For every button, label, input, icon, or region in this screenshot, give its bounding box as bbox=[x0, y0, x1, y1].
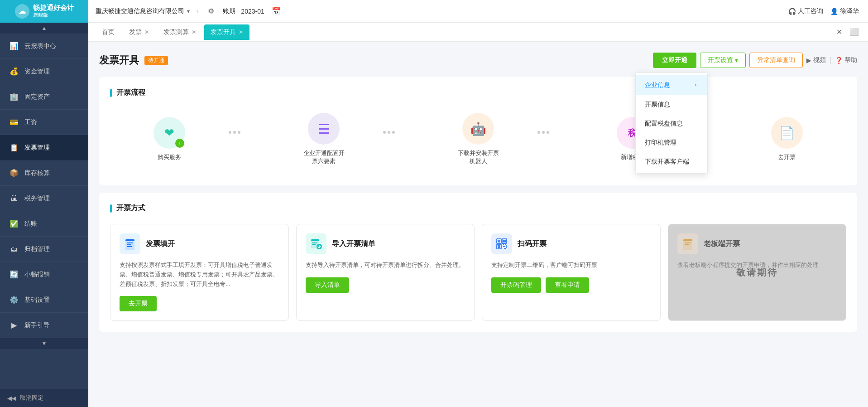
period-value: 2023-01 bbox=[241, 8, 264, 15]
method-card-fill-header: 发票填开 bbox=[120, 233, 279, 254]
archive-icon: 🗂 bbox=[9, 244, 19, 254]
logo-text: 畅捷通好会计 bbox=[33, 4, 74, 12]
fill-invoice-desc: 支持按照发票样式手工填开发票；可开具增值税电子普通发票、增值税普通发票、增值税专… bbox=[120, 261, 279, 289]
scan-manage-btn[interactable]: 开票码管理 bbox=[491, 277, 541, 293]
divider: | bbox=[830, 56, 831, 64]
sidebar-item-kucun[interactable]: 📦 库存核算 bbox=[0, 160, 88, 186]
sidebar-scroll-down[interactable]: ▼ bbox=[0, 338, 88, 349]
svg-rect-3 bbox=[127, 244, 131, 245]
consult-btn[interactable]: 🎧 人工咨询 bbox=[788, 7, 823, 15]
sidebar: ▲ 📊 云报表中心 💰 资金管理 🏢 固定资产 💳 工资 📋 发票管理 📦 库存… bbox=[0, 23, 88, 407]
import-invoice-btn[interactable]: 导入清单 bbox=[306, 277, 349, 293]
page-actions: 立即开通 开票设置 ▾ 异常清单查询 ▶ 视频 | ❓ 帮助 bbox=[653, 53, 857, 68]
svg-rect-17 bbox=[505, 244, 506, 245]
dot bbox=[238, 131, 240, 134]
flow-icon-2: ☰ bbox=[308, 113, 340, 145]
dropdown-item-printer[interactable]: 打印机管理 bbox=[636, 133, 707, 152]
dropdown-item-taxdisk[interactable]: 配置税盘信息 bbox=[636, 114, 707, 133]
tab-maximize-icon[interactable]: ⬜ bbox=[848, 26, 861, 39]
settings-icon-btn[interactable]: ⚙ bbox=[205, 5, 217, 18]
flow-step-3: 🤖 下载并安装开票机器人 bbox=[419, 113, 537, 165]
scan-invoice-desc: 支持定制开票二维码，客户端可扫码开票 bbox=[491, 261, 651, 270]
user-icon: 👤 bbox=[830, 8, 838, 15]
sidebar-item-xinshouyindao[interactable]: ▶ 新手引导 bbox=[0, 313, 88, 338]
chevron-down-icon: ▾ bbox=[187, 8, 190, 15]
chevron-settings-icon: ▾ bbox=[735, 57, 738, 64]
dot bbox=[547, 131, 549, 134]
tab-home[interactable]: 首页 bbox=[96, 24, 121, 40]
tab-close-all-icon[interactable]: ✕ bbox=[833, 26, 845, 39]
open-service-btn[interactable]: 立即开通 bbox=[653, 53, 696, 68]
dot bbox=[233, 131, 236, 134]
user-area[interactable]: 👤 徐泽华 bbox=[830, 7, 859, 15]
sidebar-scroll-up[interactable]: ▲ bbox=[0, 23, 88, 34]
sidebar-item-fapiaoglg[interactable]: 📋 发票管理 bbox=[0, 135, 88, 160]
invoice-settings-btn[interactable]: 开票设置 ▾ bbox=[700, 53, 746, 68]
sidebar-item-shuiwu[interactable]: 🏛 税务管理 bbox=[0, 186, 88, 211]
main-layout: ▲ 📊 云报表中心 💰 资金管理 🏢 固定资产 💳 工资 📋 发票管理 📦 库存… bbox=[0, 23, 868, 407]
sidebar-unpin-btn[interactable]: ◀◀ 取消固定 bbox=[0, 389, 88, 407]
company-name: 重庆畅捷交通信息咨询有限公司 bbox=[96, 7, 184, 15]
status-badge: 待开通 bbox=[144, 56, 168, 65]
tab-fapiao[interactable]: 发票 ✕ bbox=[123, 24, 155, 40]
sidebar-item-label: 基础设置 bbox=[24, 296, 50, 304]
flow-connector-3 bbox=[537, 131, 573, 147]
tab-fapiao-survey[interactable]: 发票测算 ✕ bbox=[157, 24, 202, 40]
fill-invoice-btn[interactable]: 去开票 bbox=[120, 296, 157, 311]
tab-fapiao-open[interactable]: 发票开具 ✕ bbox=[204, 24, 249, 40]
tab-fapiao-close[interactable]: ✕ bbox=[144, 29, 149, 35]
inventory-icon: 📦 bbox=[9, 168, 19, 178]
period-label: 账期 bbox=[223, 7, 235, 15]
content-area: 首页 发票 ✕ 发票测算 ✕ 发票开具 ✕ ✕ ⬜ bbox=[88, 23, 868, 407]
flow-steps: ❤ + 购买服务 bbox=[110, 108, 846, 174]
import-invoice-icon bbox=[306, 233, 326, 254]
tab-fapiao-open-close[interactable]: ✕ bbox=[239, 29, 243, 35]
page-header: 发票开具 待开通 立即开通 开票设置 ▾ 异常清单查询 ▶ 视频 | bbox=[99, 53, 857, 68]
calendar-icon-btn[interactable]: 📅 bbox=[270, 5, 283, 18]
sidebar-item-gudingzichan[interactable]: 🏢 固定资产 bbox=[0, 84, 88, 110]
tab-fapiao-open-label: 发票开具 bbox=[211, 28, 236, 36]
flow-label-1: 购买服务 bbox=[158, 153, 181, 161]
cloud-report-icon: 📊 bbox=[9, 41, 19, 51]
svg-rect-13 bbox=[498, 240, 500, 242]
sidebar-item-jichushezhi[interactable]: ⚙️ 基础设置 bbox=[0, 287, 88, 313]
flow-dots-2 bbox=[383, 131, 395, 147]
help-btn[interactable]: ❓ 帮助 bbox=[835, 56, 857, 64]
sidebar-item-guidang[interactable]: 🗂 归档管理 bbox=[0, 237, 88, 262]
scan-invoice-icon bbox=[491, 233, 512, 254]
dropdown-item-company[interactable]: 企业信息 → bbox=[636, 75, 707, 95]
app-header: ☁ 畅捷通好会计 旗舰版 重庆畅捷交通信息咨询有限公司 ▾ + ⚙ 账期 202… bbox=[0, 0, 868, 23]
method-cards: 发票填开 支持按照发票样式手工填开发票；可开具增值税电子普通发票、增值税普通发票… bbox=[110, 224, 846, 321]
dropdown-item-download[interactable]: 下载开票客户端 bbox=[636, 152, 707, 171]
sidebar-item-jiezhang[interactable]: ✅ 结账 bbox=[0, 211, 88, 237]
import-invoice-desc: 支持导入待开票清单，可对待开票清单进行拆分、合并处理。 bbox=[306, 261, 465, 270]
tab-fapiao-survey-close[interactable]: ✕ bbox=[192, 29, 196, 35]
method-section-title: 开票方式 bbox=[110, 204, 846, 213]
question-icon: ❓ bbox=[835, 57, 843, 64]
video-btn[interactable]: ▶ 视频 bbox=[806, 56, 826, 64]
dropdown-invoice-label: 开票信息 bbox=[645, 101, 670, 109]
settle-icon: ✅ bbox=[9, 219, 19, 229]
flow-step-5: 📄 去开票 bbox=[728, 117, 846, 161]
flow-step-1: ❤ + 购买服务 bbox=[110, 117, 229, 161]
sidebar-item-xiaochang[interactable]: 🔄 小畅报销 bbox=[0, 262, 88, 287]
abnormal-list-btn[interactable]: 异常清单查询 bbox=[749, 53, 803, 68]
sidebar-item-zijin[interactable]: 💰 资金管理 bbox=[0, 59, 88, 84]
svg-rect-14 bbox=[503, 240, 506, 242]
scan-view-btn[interactable]: 查看申请 bbox=[546, 277, 589, 293]
sidebar-item-label: 云报表中心 bbox=[24, 42, 56, 50]
expense-icon: 🔄 bbox=[9, 270, 19, 280]
company-selector[interactable]: 重庆畅捷交通信息咨询有限公司 ▾ bbox=[96, 7, 190, 15]
sidebar-item-gongzi[interactable]: 💳 工资 bbox=[0, 110, 88, 135]
method-card-scan: 扫码开票 支持定制开票二维码，客户端可扫码开票 开票码管理 查看申请 bbox=[482, 224, 661, 321]
sidebar-item-label: 库存核算 bbox=[24, 169, 50, 177]
dropdown-item-invoice[interactable]: 开票信息 bbox=[636, 95, 707, 114]
settings-dropdown: 企业信息 → 开票信息 配置税盘信息 打印机管理 下 bbox=[635, 73, 708, 174]
svg-rect-6 bbox=[311, 239, 319, 241]
flow-title-text: 开票流程 bbox=[116, 88, 145, 97]
flow-label-2: 企业开通配置开票六要素 bbox=[301, 149, 346, 165]
sidebar-item-yunbaobiao[interactable]: 📊 云报表中心 bbox=[0, 34, 88, 59]
logo-icon: ☁ bbox=[15, 4, 29, 19]
svg-rect-7 bbox=[312, 242, 317, 243]
invoice-icon: 📋 bbox=[9, 143, 19, 153]
